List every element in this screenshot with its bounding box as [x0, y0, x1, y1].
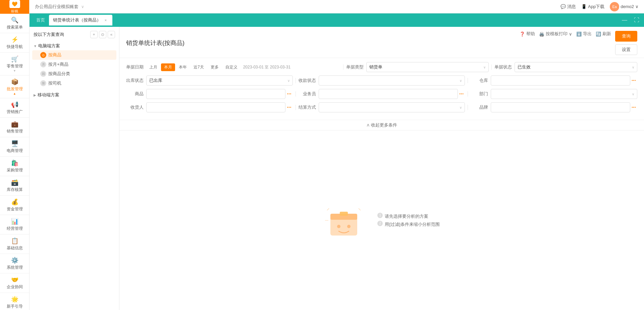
date-tab-more[interactable]: 更多 — [208, 63, 222, 71]
sidebar-item-sales[interactable]: 💼 销售管理 — [0, 118, 30, 137]
divider-7 — [296, 105, 296, 110]
sidebar-item-wholesale[interactable]: 📦 批发管理 ▲ — [0, 75, 30, 98]
tab-close-icon[interactable]: × — [103, 17, 108, 23]
filter-item-salesman: 业务员 ··· — [299, 89, 465, 99]
collapse-bar[interactable]: ∧ 收起更多条件 — [119, 120, 644, 131]
sidebar-item-system[interactable]: ⚙️ 系统管理 — [0, 254, 30, 273]
brand-input[interactable] — [491, 102, 630, 112]
sidebar-item-inventory[interactable]: 🗃️ 库存核算 — [0, 176, 30, 196]
bill-status-label: 单据状态 — [494, 64, 515, 70]
filter-row-3: 商品 ··· 业务员 ··· 部门 — [126, 89, 637, 99]
page-title: 销货单统计表(按商品) — [126, 39, 184, 47]
warehouse-more-icon[interactable]: ··· — [630, 78, 637, 84]
left-panel-header: 按以下方案查询 + ⊙ « — [32, 31, 116, 38]
scheme-panel-title: 按以下方案查询 — [34, 32, 64, 38]
step-2-num: 2 — [377, 221, 383, 226]
empty-state: 1 请先选择要分析的方案 2 用[过滤]条件来缩小分析范围 — [119, 131, 644, 310]
sidebar-label-quick: 快捷导航 — [7, 44, 23, 50]
export-link[interactable]: ⬇️ 导出 — [576, 31, 592, 37]
sidebar-item-retail[interactable]: 🛒 零售管理 ▼ — [0, 53, 30, 75]
date-tab-custom[interactable]: 自定义 — [222, 63, 240, 71]
tab-expand-icon[interactable]: ⛶ — [632, 15, 641, 25]
message-btn[interactable]: 💬 消息 — [560, 4, 576, 10]
sidebar-item-operation[interactable]: 📊 经营管理 — [0, 215, 30, 235]
salesman-more-icon[interactable]: ··· — [458, 91, 465, 97]
scheme-item-by-driver[interactable]: 按 按司机 — [32, 79, 116, 88]
setting-button[interactable]: 设置 — [615, 44, 637, 55]
avatar: Ea — [610, 2, 619, 11]
date-tab-7days[interactable]: 近7天 — [191, 63, 207, 71]
query-button[interactable]: 查询 — [615, 31, 637, 42]
filter-form: 单据日期 上月 本月 本年 近7天 更多 自定义 2023-03-01 至 20… — [119, 58, 644, 120]
sidebar-item-marketing[interactable]: 📢 营销推广 — [0, 98, 30, 118]
svg-point-3 — [337, 225, 340, 228]
empty-text: 1 请先选择要分析的方案 2 用[过滤]条件来缩小分析范围 — [377, 212, 439, 228]
warehouse-input[interactable] — [491, 75, 630, 86]
tab-report[interactable]: 销货单统计表（按商品） × — [49, 15, 112, 25]
goods-input[interactable] — [146, 89, 285, 99]
app-download-btn[interactable]: 📱 App下载 — [581, 4, 604, 10]
date-tab-this-year[interactable]: 本年 — [176, 63, 190, 71]
receiver-input[interactable] — [146, 102, 285, 112]
bill-status-arrow-icon: ∨ — [632, 65, 634, 69]
scheme-item-by-month[interactable]: 月 按月+商品 — [32, 60, 116, 69]
date-tab-this-month[interactable]: 本月 — [161, 63, 175, 71]
tab-minimize-icon[interactable]: — — [620, 15, 629, 25]
scheme-group-mobile-title[interactable]: ▶ 移动端方案 — [32, 91, 116, 99]
settlement-select[interactable]: ∨ — [319, 102, 465, 112]
sidebar-item-basic[interactable]: 📋 基础信息 — [0, 235, 30, 254]
tab-home[interactable]: 首页 — [32, 15, 49, 25]
warehouse-label: 仓库 — [471, 78, 491, 84]
bill-status-select[interactable]: 已生效 ∨ — [515, 62, 637, 72]
sidebar-label-guide: 新手引导 — [7, 304, 23, 309]
salesman-input[interactable] — [319, 89, 458, 99]
filter-row-1: 单据日期 上月 本月 本年 近7天 更多 自定义 2023-03-01 至 20… — [126, 62, 637, 72]
sidebar-label-purchase: 采购管理 — [7, 167, 23, 173]
sidebar-item-purchase[interactable]: 🛍️ 采购管理 — [0, 157, 30, 176]
payment-status-select[interactable]: ∨ — [319, 75, 465, 86]
top-header: 办公用品行业模拟账套 ∨ 💬 消息 📱 App下载 Ea demo2 ∨ — [30, 0, 644, 13]
main-area: 办公用品行业模拟账套 ∨ 💬 消息 📱 App下载 Ea demo2 ∨ 首 — [30, 0, 644, 310]
out-status-select[interactable]: 已出库 ∨ — [146, 75, 293, 86]
goods-more-icon[interactable]: ··· — [285, 91, 292, 97]
help-link[interactable]: ❓ 帮助 — [520, 31, 535, 37]
dept-select[interactable]: ∨ — [491, 89, 637, 99]
sidebar-item-ecommerce[interactable]: 🖥️ 电商管理 — [0, 137, 30, 157]
refresh-label: 刷新 — [602, 31, 611, 37]
scheme-item-by-category[interactable]: 回 按商品分类 — [32, 69, 116, 79]
scheme-item-by-product[interactable]: ⊙ 按商品 — [32, 50, 116, 60]
bill-type-select[interactable]: 销货单 ∨ — [366, 62, 489, 72]
sidebar-item-cooperation[interactable]: 🤝 企业协同 — [0, 273, 30, 293]
scheme-group-mobile: ▶ 移动端方案 — [32, 91, 116, 99]
sidebar-item-search[interactable]: 🔍 搜索菜单 — [0, 14, 30, 33]
refresh-link[interactable]: 🔄 刷新 — [596, 31, 611, 37]
divider-4 — [468, 78, 468, 83]
print-link[interactable]: 🖨️ 按模板打印 ∨ — [539, 31, 572, 37]
sidebar-item-guide[interactable]: 🌟 新手引导 — [0, 293, 30, 310]
sidebar-item-quick[interactable]: ⚡ 快捷导航 — [0, 33, 30, 53]
settlement-arrow-icon: ∨ — [460, 106, 462, 109]
sidebar-label-wholesale: 批发管理 — [7, 86, 23, 92]
dept-label: 部门 — [471, 91, 491, 97]
receiver-more-icon[interactable]: ··· — [285, 104, 292, 110]
brand-more-icon[interactable]: ··· — [630, 104, 637, 110]
user-chevron-icon: ∨ — [635, 4, 639, 9]
date-tab-last-month[interactable]: 上月 — [146, 63, 160, 71]
scheme-group-pc-title[interactable]: ▼ 电脑端方案 — [32, 42, 116, 50]
filter-item-goods: 商品 ··· — [126, 89, 293, 99]
svg-line-6 — [359, 208, 361, 210]
divider-3 — [296, 78, 296, 83]
date-label: 单据日期 — [126, 64, 146, 70]
receiver-label: 收货人 — [126, 104, 146, 110]
operation-icon: 📊 — [11, 218, 18, 225]
bill-type-label: 单据类型 — [346, 64, 366, 70]
bill-type-arrow-icon: ∨ — [483, 65, 486, 69]
tab-bar: 首页 销货单统计表（按商品） × — ⛶ — [30, 13, 644, 27]
add-scheme-btn[interactable]: + — [90, 31, 98, 38]
sidebar-item-finance[interactable]: 💰 资金管理 — [0, 196, 30, 215]
divider-5 — [296, 91, 296, 97]
user-profile-btn[interactable]: Ea demo2 ∨ — [610, 2, 639, 11]
breadcrumb-app: 办公用品行业模拟账套 — [35, 4, 78, 10]
collapse-panel-btn[interactable]: « — [108, 31, 115, 38]
settings-scheme-btn[interactable]: ⊙ — [99, 31, 106, 38]
